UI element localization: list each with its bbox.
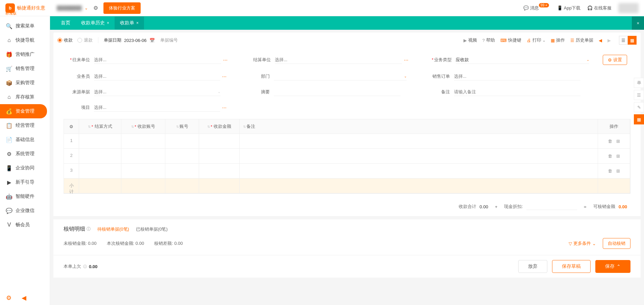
settle-unit-input[interactable] (275, 56, 402, 64)
sales-order-field: 销售订单 (420, 72, 600, 80)
table-row[interactable]: 3🗑⊞ (64, 164, 630, 179)
next-arrow-icon[interactable]: ▶ (607, 38, 611, 43)
th-receipt-amount[interactable]: ⇅*收款金额 (199, 119, 240, 134)
close-icon[interactable]: × (136, 21, 139, 25)
side-tab-4[interactable]: ▦ (634, 114, 644, 124)
tab-home[interactable]: 首页 (55, 17, 76, 29)
verify-title: 核销明细ⓘ (64, 226, 91, 233)
form-settings-button[interactable]: ⚙设置 (603, 55, 627, 65)
more-dots-icon[interactable]: ⋯ (223, 57, 228, 63)
sales-order-input[interactable] (454, 72, 580, 80)
sidebar-settings-icon[interactable]: ⚙ (6, 294, 11, 302)
th-settle-method[interactable]: ⇅*结算方式 (79, 119, 121, 134)
partner-input[interactable] (94, 56, 221, 64)
side-tab-1[interactable]: 单 (634, 78, 644, 88)
action-link[interactable]: ▦操作 (551, 37, 565, 43)
calendar-icon[interactable]: 📅 (149, 38, 155, 43)
sort-icon: ⇅ (88, 125, 91, 128)
receipt-type-radio: 收款 退款 (57, 37, 98, 43)
save-draft-button[interactable]: 保存草稿 (552, 260, 591, 273)
more-dots-icon[interactable]: ⋯ (222, 105, 226, 110)
close-icon[interactable]: × (107, 21, 109, 25)
info-icon[interactable]: ⓘ (87, 226, 91, 232)
company-selector[interactable]: ████████ ⌄ (57, 5, 88, 10)
add-icon[interactable]: ⊞ (616, 139, 620, 144)
more-dots-icon[interactable]: ⋯ (404, 57, 408, 63)
online-service-link[interactable]: 🎧 在线客服 (587, 5, 612, 11)
sidebar-item-member[interactable]: V畅会员 (0, 218, 50, 232)
info-icon[interactable]: ⓘ (83, 264, 87, 269)
view-list-button[interactable]: ☰ (619, 36, 628, 45)
dept-input[interactable]: ⌄ (274, 72, 406, 80)
sidebar-item-hardware[interactable]: 🤖智能硬件 (0, 189, 50, 204)
radio-refund[interactable]: 退款 (77, 37, 93, 43)
more-conditions-link[interactable]: ▽更多条件⌄ (569, 240, 596, 247)
sidebar-item-baseinfo[interactable]: 📄基础信息 (0, 133, 50, 147)
app-download-link[interactable]: 📱 App下载 (557, 5, 580, 11)
sidebar-item-marketing[interactable]: 🎁营销推广 (0, 47, 50, 62)
table-row[interactable]: 1🗑⊞ (64, 134, 630, 149)
abandon-button[interactable]: 放弃 (518, 260, 547, 273)
user-avatar[interactable] (618, 3, 639, 13)
summary-row: 收款合计 0.00 + 现金折扣: = 可核销金额 0.00 (53, 197, 641, 216)
sidebar-item-finance[interactable]: 💰资金管理 (0, 104, 47, 118)
add-icon[interactable]: ⊞ (616, 168, 620, 173)
settings-gear-icon[interactable]: ⚙ (93, 5, 98, 11)
project-input[interactable] (94, 103, 220, 112)
summary-input[interactable] (274, 88, 400, 96)
auto-writeoff-button[interactable]: 自动核销 (603, 238, 630, 249)
doc-date-field[interactable]: 单据日期 2023-06-06 📅 (104, 37, 155, 43)
partner-field: *往来单位 ⋯ (60, 55, 241, 65)
tab-receipt[interactable]: 收款单× (115, 17, 144, 29)
th-account-no[interactable]: ⇅账号 (165, 119, 199, 134)
delete-icon[interactable]: 🗑 (608, 139, 612, 144)
chevron-down-icon: ⌄ (592, 241, 596, 246)
verify-tab-done[interactable]: 已核销单据(0笔) (136, 226, 168, 232)
sidebar-item-inventory[interactable]: ⌂库存核算 (0, 90, 50, 104)
shortcut-link[interactable]: ⌨快捷键 (500, 37, 521, 43)
biz-type-input[interactable]: ⌄ (456, 56, 589, 64)
more-dots-icon[interactable]: ⋯ (222, 74, 226, 79)
tab-receipt-history[interactable]: 收款单历史× (76, 17, 115, 29)
table-row[interactable]: 2🗑⊞ (64, 149, 630, 164)
sidebar-item-search[interactable]: 🔍搜索菜单 (0, 19, 50, 33)
prev-arrow-icon[interactable]: ◀ (599, 38, 602, 43)
messages-link[interactable]: 💬 消息 99 + (523, 5, 550, 11)
help-link[interactable]: ?帮助 (482, 37, 495, 43)
view-grid-button[interactable]: ▦ (628, 36, 637, 45)
sidebar-item-sales[interactable]: 🛒销售管理 (0, 62, 50, 76)
table-settings-icon[interactable]: ⚙ (64, 119, 79, 134)
side-tab-2[interactable]: ☰ (634, 90, 644, 100)
add-icon[interactable]: ⊞ (616, 154, 620, 159)
verify-tab-pending[interactable]: 待核销单据(0笔) (97, 226, 129, 232)
toolbar: 收款 退款 单据日期 2023-06-06 📅 单据编号 ▶视频 ?帮助 ⌨快捷… (53, 32, 641, 48)
close-all-tabs[interactable]: × (632, 17, 644, 30)
source-doc-input[interactable]: ⌄ (94, 88, 220, 96)
th-remark[interactable]: ⇅备注 (240, 119, 598, 134)
th-receipt-account[interactable]: ⇅*收款账号 (121, 119, 165, 134)
remark-input[interactable] (454, 88, 580, 96)
sidebar-item-guide[interactable]: ▶新手引导 (0, 175, 50, 189)
history-doc-link[interactable]: ☰历史单据 (570, 37, 593, 43)
sidebar-item-purchase[interactable]: 📦采购管理 (0, 76, 50, 90)
salesman-input[interactable] (94, 72, 220, 80)
play-icon: ▶ (6, 179, 12, 185)
delete-icon[interactable]: 🗑 (608, 168, 612, 173)
filter-icon: ▽ (569, 241, 572, 246)
tabs-bar: 首页 收款单历史× 收款单× × (50, 16, 644, 30)
trial-industry-button[interactable]: 体验行业方案 (103, 2, 141, 14)
side-tab-3[interactable]: ✎ (634, 102, 644, 112)
save-button[interactable]: 保存⌃ (595, 260, 630, 273)
sidebar-item-quicknav[interactable]: ⌂快捷导航 (0, 33, 50, 47)
radio-receipt[interactable]: 收款 (57, 37, 73, 43)
sidebar-collapse-icon[interactable]: ◀ (22, 294, 26, 302)
sidebar-item-collab[interactable]: 📱企业协同 (0, 161, 50, 175)
cash-discount-input[interactable] (526, 203, 577, 210)
video-link[interactable]: ▶视频 (463, 37, 477, 43)
sidebar-item-wechat[interactable]: 💬企业微信 (0, 204, 50, 218)
delete-icon[interactable]: 🗑 (608, 154, 612, 159)
sidebar-item-business[interactable]: 📋经营管理 (0, 118, 50, 133)
sidebar-item-system[interactable]: ⚙系统管理 (0, 147, 50, 161)
top-header: b 畅捷通好生意 标准版 ████████ ⌄ ⚙ 体验行业方案 💬 消息 99… (0, 0, 644, 16)
print-link[interactable]: 🖨打印⌄ (527, 37, 545, 43)
